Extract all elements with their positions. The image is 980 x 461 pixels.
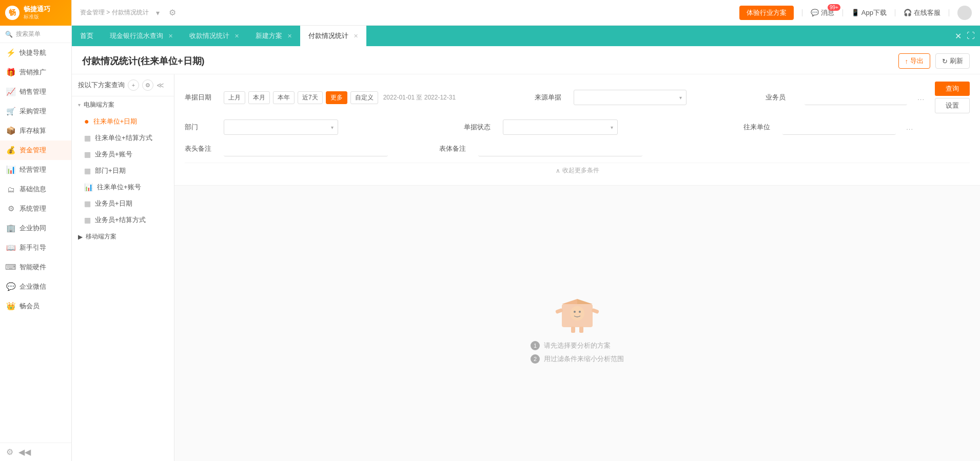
online-service[interactable]: 🎧 在线客服	[904, 8, 940, 17]
main-area: 资金管理 > 付款情况统计 ▾ ⚙ 体验行业方案 💬 消息 99+ 📱 App下…	[72, 0, 980, 461]
divider2	[842, 9, 843, 16]
date-btn-last-month[interactable]: 上月	[224, 91, 245, 104]
maximize-icon[interactable]: ⛶	[967, 31, 975, 41]
tab-bank-close[interactable]: ✕	[168, 33, 173, 39]
sidebar-bottom: ⚙ ◀◀	[0, 443, 71, 461]
desktop-section-label: 电脑端方案	[84, 101, 114, 109]
salesman-input[interactable]	[805, 90, 907, 105]
collapse-left-panel-icon[interactable]: ≪	[156, 81, 164, 89]
export-button[interactable]: ↑ 导出	[898, 53, 931, 69]
trial-button[interactable]: 体验行业方案	[739, 6, 794, 20]
tab-receipts[interactable]: 收款情况统计 ✕	[181, 26, 247, 46]
sidebar-item-label: 智能硬件	[19, 263, 46, 272]
scheme-item-salesman-settlement[interactable]: ▦ 业务员+结算方式	[72, 212, 174, 228]
sidebar-item-label: 经营管理	[19, 165, 46, 174]
sales-icon: 📈	[6, 87, 15, 96]
page-title: 付款情况统计(往来单位+日期)	[82, 55, 205, 67]
sidebar-item-system[interactable]: ⚙ 系统管理	[0, 199, 71, 218]
user-avatar[interactable]	[957, 6, 972, 20]
messages-area[interactable]: 💬 消息 99+	[811, 8, 834, 17]
date-btn-this-month[interactable]: 本月	[248, 91, 270, 104]
scheme-item-salesman-date[interactable]: ▦ 业务员+日期	[72, 195, 174, 212]
date-btn-7days[interactable]: 近7天	[298, 91, 323, 104]
sidebar-item-hardware[interactable]: ⌨ 智能硬件	[0, 257, 71, 277]
scheme-item-counterpart-account[interactable]: 📊 往来单位+账号	[72, 179, 174, 195]
sidebar-item-marketing[interactable]: 🎁 营销推广	[0, 63, 71, 82]
settings-icon[interactable]: ⚙	[6, 447, 13, 457]
sidebar-item-finance[interactable]: 💰 资金管理	[0, 141, 71, 160]
source-select[interactable]: ▾	[574, 90, 687, 105]
hardware-icon: ⌨	[6, 263, 15, 272]
mobile-section-title[interactable]: ▶ 移动端方案	[72, 228, 174, 245]
sidebar-item-basic[interactable]: 🗂 基础信息	[0, 179, 71, 199]
svg-point-3	[570, 306, 584, 320]
scheme-item-label: 业务员+结算方式	[95, 215, 146, 225]
empty-step-2: 2 用过滤条件来缩小分析范围	[531, 354, 624, 364]
doc-status-select[interactable]: ▾	[503, 119, 617, 135]
add-scheme-button[interactable]: +	[128, 79, 139, 91]
setting-button[interactable]: 设置	[935, 98, 970, 113]
close-window-icon[interactable]: ✕	[955, 31, 962, 41]
doc-status-label: 单据状态	[464, 123, 493, 132]
scheme-item-counterpart-date[interactable]: ● 往来单位+日期	[72, 113, 174, 130]
sidebar-item-inventory[interactable]: 📦 库存核算	[0, 121, 71, 141]
dept-select[interactable]: ▾	[224, 119, 338, 135]
sidebar-item-purchase[interactable]: 🛒 采购管理	[0, 102, 71, 121]
tab-payments[interactable]: 付款情况统计 ✕	[300, 26, 366, 46]
step-2-num: 2	[531, 354, 540, 364]
table-body-remark-input[interactable]	[478, 141, 642, 156]
logo-sub: 标准版	[24, 13, 50, 21]
search-menu-label: 搜索菜单	[16, 30, 41, 38]
scheme-item-counterpart-settlement[interactable]: ▦ 往来单位+结算方式	[72, 130, 174, 146]
settings-gear-icon[interactable]: ⚙	[169, 8, 176, 17]
query-button[interactable]: 查询	[935, 82, 970, 96]
empty-step-1: 1 请先选择要分析的方案	[531, 341, 624, 350]
sidebar-item-member[interactable]: 👑 畅会员	[0, 296, 71, 316]
collapse-sidebar-icon[interactable]: ◀◀	[18, 447, 31, 457]
sidebar-item-label: 资金管理	[19, 146, 46, 155]
headset-icon: 🎧	[904, 9, 912, 16]
top-header: 资金管理 > 付款情况统计 ▾ ⚙ 体验行业方案 💬 消息 99+ 📱 App下…	[72, 0, 980, 26]
counterpart-input[interactable]	[782, 119, 896, 135]
date-btn-custom[interactable]: 自定义	[350, 91, 378, 104]
svg-marker-1	[562, 299, 577, 304]
salesman-dots[interactable]: ...	[917, 94, 925, 102]
search-menu[interactable]: 🔍 搜索菜单	[0, 26, 71, 43]
counterpart-label: 往来单位	[743, 123, 772, 132]
marketing-icon: 🎁	[6, 68, 15, 77]
counterpart-dots[interactable]: ...	[906, 124, 913, 131]
tab-receipts-close[interactable]: ✕	[234, 33, 239, 39]
desktop-section-title[interactable]: ▾ 电脑端方案	[72, 96, 174, 113]
table-remark-input[interactable]	[224, 141, 388, 156]
sidebar-item-enterprise[interactable]: 🏢 企业协同	[0, 218, 71, 238]
sidebar-item-quick-nav[interactable]: ⚡ 快捷导航	[0, 43, 71, 63]
action-buttons: 查询 设置	[935, 82, 970, 113]
sidebar-item-sales[interactable]: 📈 销售管理	[0, 82, 71, 102]
tab-payments-close[interactable]: ✕	[354, 33, 358, 39]
refresh-button[interactable]: ↻ 刷新	[935, 53, 970, 69]
dropdown-icon[interactable]: ▾	[156, 9, 160, 17]
tab-new-plan-close[interactable]: ✕	[287, 33, 292, 39]
date-btn-more[interactable]: 更多	[326, 91, 347, 104]
quick-nav-icon: ⚡	[6, 48, 15, 57]
sidebar-item-operations[interactable]: 📊 经营管理	[0, 160, 71, 179]
scheme-item-salesman-account[interactable]: ▦ 业务员+账号	[72, 146, 174, 163]
tab-home[interactable]: 首页	[72, 26, 102, 46]
sidebar-item-wechat[interactable]: 💬 企业微信	[0, 277, 71, 296]
operations-icon: 📊	[6, 165, 15, 174]
divider4	[949, 9, 949, 16]
date-label: 单据日期	[185, 93, 213, 102]
scheme-item-label: 部门+日期	[95, 166, 126, 175]
date-buttons: 上月 本月 本年 近7天 更多 自定义 2022-01-01 至 2022-12…	[224, 91, 456, 104]
tab-bank[interactable]: 现金银行流水查询 ✕	[102, 26, 181, 46]
enterprise-icon: 🏢	[6, 224, 15, 233]
app-download[interactable]: 📱 App下载	[851, 8, 887, 17]
sidebar-item-guide[interactable]: 📖 新手引导	[0, 238, 71, 257]
settings-scheme-button[interactable]: ⚙	[142, 79, 153, 91]
tab-bar: 首页 现金银行流水查询 ✕ 收款情况统计 ✕ 新建方案 ✕ 付款情况统计 ✕ ✕…	[72, 26, 980, 46]
tab-new-plan[interactable]: 新建方案 ✕	[247, 26, 300, 46]
date-btn-this-year[interactable]: 本年	[273, 91, 295, 104]
collapse-more-btn[interactable]: ∧ 收起更多条件	[185, 163, 970, 178]
svg-point-4	[574, 311, 576, 313]
scheme-item-dept-date[interactable]: ▦ 部门+日期	[72, 163, 174, 179]
